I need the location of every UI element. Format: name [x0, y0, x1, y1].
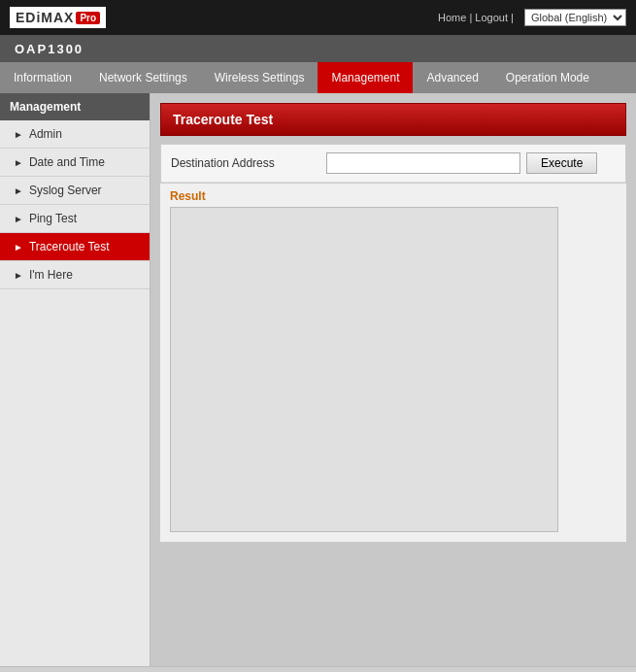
sidebar-label-syslog-server: Syslog Server [29, 184, 102, 197]
nav-item-network-settings[interactable]: Network Settings [85, 62, 201, 93]
result-label: Result [170, 189, 617, 203]
device-name: OAP1300 [15, 42, 84, 56]
home-link[interactable]: Home [438, 12, 466, 23]
sidebar-item-date-and-time[interactable]: ► Date and Time [0, 149, 150, 177]
language-select[interactable]: Global (English) [524, 9, 626, 26]
arrow-icon: ► [14, 214, 23, 224]
header-links: Home | Logout | Global (English) [438, 9, 626, 26]
destination-address-input[interactable] [326, 152, 520, 174]
sidebar-label-traceroute-test: Traceroute Test [29, 240, 110, 253]
form-row: Destination Address Execute [161, 145, 625, 183]
nav-item-wireless-settings[interactable]: Wireless Settings [201, 62, 318, 93]
sidebar-label-im-here: I'm Here [29, 268, 73, 282]
sidebar-item-admin[interactable]: ► Admin [0, 120, 150, 149]
sidebar: Management ► Admin ► Date and Time ► Sys… [0, 93, 151, 666]
sidebar-label-admin: Admin [29, 127, 62, 141]
footer: Copyright 2017 © EDIMAX Technology Co., … [0, 666, 636, 672]
result-box [170, 207, 558, 532]
nav-item-management[interactable]: Management [318, 62, 413, 93]
logo-box: EDiMAX Pro [10, 7, 106, 28]
sidebar-item-syslog-server[interactable]: ► Syslog Server [0, 177, 150, 205]
nav-item-advanced[interactable]: Advanced [413, 62, 491, 93]
arrow-icon: ► [14, 129, 23, 140]
edimax-logo-text: EDiMAX [16, 10, 74, 25]
destination-address-label: Destination Address [171, 156, 326, 170]
logo-area: EDiMAX Pro [10, 7, 106, 28]
result-section: Result [160, 184, 626, 542]
execute-button[interactable]: Execute [526, 152, 597, 174]
sidebar-label-date-and-time: Date and Time [29, 155, 105, 169]
form-panel: Destination Address Execute [160, 144, 626, 184]
main-layout: Management ► Admin ► Date and Time ► Sys… [0, 93, 636, 666]
pro-badge: Pro [76, 12, 100, 24]
arrow-icon: ► [14, 157, 23, 168]
nav-bar: Information Network Settings Wireless Se… [0, 62, 636, 93]
sidebar-item-im-here[interactable]: ► I'm Here [0, 261, 150, 289]
logout-link[interactable]: Logout [475, 12, 508, 23]
header: EDiMAX Pro Home | Logout | Global (Engli… [0, 0, 636, 35]
page-title: Traceroute Test [173, 112, 273, 127]
content-area: Traceroute Test Destination Address Exec… [151, 93, 636, 666]
arrow-icon: ► [14, 242, 23, 252]
sidebar-item-traceroute-test[interactable]: ► Traceroute Test [0, 233, 150, 261]
arrow-icon: ► [14, 270, 23, 281]
sidebar-label-ping-test: Ping Test [29, 212, 77, 225]
nav-item-operation-mode[interactable]: Operation Mode [492, 62, 603, 93]
sidebar-item-ping-test[interactable]: ► Ping Test [0, 205, 150, 233]
device-bar: OAP1300 [0, 35, 636, 62]
arrow-icon: ► [14, 185, 23, 196]
sidebar-title: Management [0, 93, 150, 120]
page-title-bar: Traceroute Test [160, 103, 626, 136]
separator2: | [511, 12, 517, 23]
nav-item-information[interactable]: Information [0, 62, 85, 93]
